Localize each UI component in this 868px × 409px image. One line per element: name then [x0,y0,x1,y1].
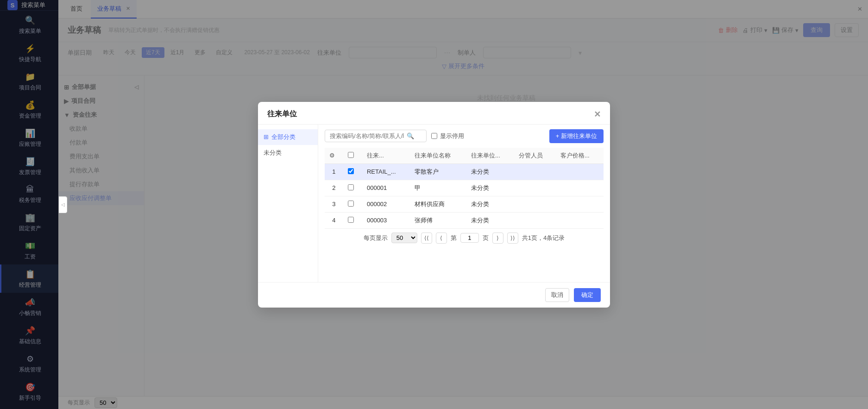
modal-header: 往来单位 ✕ [258,102,610,125]
modal-overlay: 往来单位 ✕ ⊞ 全部分类 未分类 ◁ [58,0,868,409]
row-name: 张师傅 [410,212,466,228]
row-manager [514,164,556,180]
search-icon-modal: 🔍 [407,132,414,139]
row-check[interactable] [343,164,362,180]
row-code: 000002 [362,196,410,212]
table-row[interactable]: 4 000003 张师傅 未分类 [325,212,604,228]
row-manager [514,212,556,228]
row-name: 零散客户 [410,164,466,180]
row-num: 1 [325,164,343,180]
modal-table: ⚙ 往来... 往来单位名称 往来单位... 分管人员 客户价格... [325,148,604,229]
col-price: 客户价格... [556,148,604,164]
table-row[interactable]: 2 000001 甲 未分类 [325,180,604,196]
row-check[interactable] [343,180,362,196]
first-page-btn[interactable]: ⟨⟨ [421,233,432,244]
col-gear[interactable]: ⚙ [325,148,343,164]
main-content: 首页 业务草稿 ✕ ✕ 业务草稿 草稿转为正式单据时，不会执行满赠促销优惠 🗑 … [58,0,868,409]
add-partner-button[interactable]: + 新增往来单位 [549,129,604,143]
row-category: 未分类 [466,180,514,196]
pagination: 每页显示 50 10 20 100 ⟨⟨ ⟨ 第 页 ⟩ ⟩⟩ [325,229,604,245]
page-number-input[interactable] [460,233,479,243]
col-manager: 分管人员 [514,148,556,164]
table-row[interactable]: 1 RETAIL_... 零散客户 未分类 [325,164,604,180]
last-page-btn[interactable]: ⟩⟩ [507,233,518,244]
modal-close-btn[interactable]: ✕ [594,109,601,120]
row-num: 2 [325,180,343,196]
row-check[interactable] [343,212,362,228]
show-disabled-checkbox[interactable] [431,133,437,139]
row-price [556,164,604,180]
next-page-btn[interactable]: ⟩ [492,233,503,244]
row-code: RETAIL_... [362,164,410,180]
row-num: 3 [325,196,343,212]
modal-sidebar-collapse[interactable]: ◁ [59,196,67,213]
partner-modal: 往来单位 ✕ ⊞ 全部分类 未分类 ◁ [258,102,610,308]
modal-uncategorized-label: 未分类 [264,149,282,157]
row-num: 4 [325,212,343,228]
row-category: 未分类 [466,212,514,228]
row-category: 未分类 [466,164,514,180]
confirm-button[interactable]: 确定 [574,288,601,302]
row-price [556,212,604,228]
row-category: 未分类 [466,196,514,212]
modal-sidebar: ⊞ 全部分类 未分类 ◁ [258,125,318,282]
row-code: 000003 [362,212,410,228]
page-label: 第 [451,234,457,242]
modal-sidebar-all-label: 全部分类 [271,133,296,141]
cancel-button[interactable]: 取消 [545,288,569,302]
row-code: 000001 [362,180,410,196]
table-row[interactable]: 3 000002 材料供应商 未分类 [325,196,604,212]
page-suffix: 页 [483,234,489,242]
row-name: 材料供应商 [410,196,466,212]
row-manager [514,196,556,212]
modal-search-input[interactable] [330,132,404,139]
modal-main: 🔍 显示停用 + 新增往来单位 ⚙ [318,125,610,282]
per-page-select[interactable]: 50 10 20 100 [391,233,417,243]
row-price [556,196,604,212]
select-all-checkbox[interactable] [348,152,354,158]
settings-icon-table: ⚙ [329,152,335,159]
row-manager [514,180,556,196]
total-text: 共1页，4条记录 [522,234,565,242]
prev-page-btn[interactable]: ⟨ [436,233,447,244]
row-checkbox[interactable] [348,201,354,207]
show-disabled-label[interactable]: 显示停用 [431,132,464,140]
modal-sidebar-all[interactable]: ⊞ 全部分类 [258,129,318,145]
row-price [556,180,604,196]
per-page-label: 每页显示 [364,234,388,242]
col-category: 往来单位... [466,148,514,164]
col-name: 往来单位名称 [410,148,466,164]
modal-table-wrap: ⚙ 往来... 往来单位名称 往来单位... 分管人员 客户价格... [325,148,604,229]
row-checkbox[interactable] [348,184,354,190]
modal-footer: 取消 确定 [258,282,610,308]
chevron-left-icon: ◁ [61,202,65,207]
modal-body: ⊞ 全部分类 未分类 ◁ 🔍 [258,125,610,282]
modal-title: 往来单位 [267,109,297,119]
row-checkbox[interactable] [348,168,354,174]
show-disabled-text: 显示停用 [440,132,464,140]
modal-search-box[interactable]: 🔍 [325,130,427,142]
modal-sidebar-uncategorized[interactable]: 未分类 [258,145,318,161]
col-check[interactable] [343,148,362,164]
row-check[interactable] [343,196,362,212]
row-checkbox[interactable] [348,217,354,223]
col-code: 往来... [362,148,410,164]
modal-toolbar: 🔍 显示停用 + 新增往来单位 [325,129,604,143]
row-name: 甲 [410,180,466,196]
grid-icon-modal: ⊞ [264,133,269,140]
